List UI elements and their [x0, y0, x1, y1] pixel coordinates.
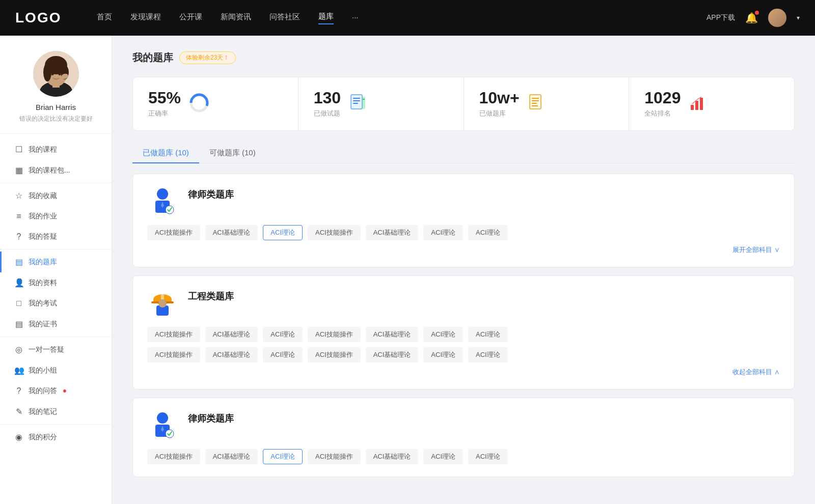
page-wrapper: Brian Harris 错误的决定比没有决定要好 ☐ 我的课程 ▦ 我的课程包…: [0, 36, 815, 504]
nav-link-open-course[interactable]: 公开课: [179, 12, 202, 24]
lawyer-icon-3: [147, 410, 178, 441]
qbank-tag[interactable]: ACI理论: [423, 449, 463, 464]
qbank-tag[interactable]: ACI理论: [423, 327, 463, 342]
qbank-tag[interactable]: ACI技能操作: [147, 449, 200, 464]
profile-name: Brian Harris: [36, 103, 76, 111]
sidebar-item-my-qa[interactable]: ? 我的答疑: [0, 227, 112, 247]
profile-icon: 👤: [14, 278, 23, 288]
stat-done-banks-value: 10w+: [479, 90, 520, 106]
sidebar-item-one-on-one[interactable]: ◎ 一对一答疑: [0, 339, 112, 360]
list-icon: [528, 94, 546, 114]
sidebar-item-favorites[interactable]: ☆ 我的收藏: [0, 185, 112, 206]
qbank-tag[interactable]: ACI基础理论: [205, 327, 258, 342]
stat-done-banks-label: 已做题库: [479, 109, 520, 118]
qbank-tag[interactable]: ACI理论: [263, 347, 303, 362]
qbank-tags-3: ACI技能操作 ACI基础理论 ACI理论 ACI技能操作 ACI基础理论 AC…: [147, 449, 780, 464]
svg-point-5: [43, 63, 51, 81]
app-download-button[interactable]: APP下载: [707, 13, 735, 22]
qbank-tag[interactable]: ACI理论: [423, 347, 463, 362]
qbank-tag[interactable]: ACI理论: [468, 449, 508, 464]
tab-available-banks[interactable]: 可做题库 (10): [199, 143, 266, 163]
sidebar-item-course-package[interactable]: ▦ 我的课程包...: [0, 160, 112, 181]
qbank-tag[interactable]: ACI技能操作: [308, 347, 361, 362]
tutor-icon: ◎: [14, 345, 23, 354]
nav-link-qa[interactable]: 问答社区: [269, 12, 300, 24]
svg-point-9: [58, 73, 61, 75]
pie-chart-icon: [189, 93, 209, 115]
stat-done-questions-value: 130: [314, 90, 341, 106]
qbank-tag[interactable]: ACI基础理论: [205, 347, 258, 362]
svg-rect-23: [532, 105, 538, 106]
qbank-tag[interactable]: ACI理论: [468, 327, 508, 342]
sidebar-item-my-qbank[interactable]: ▤ 我的题库: [0, 251, 112, 272]
qbank-tag-active[interactable]: ACI理论: [263, 225, 303, 240]
qbank-tag[interactable]: ACI基础理论: [366, 327, 419, 342]
stat-accuracy: 55% 正确率: [133, 77, 298, 130]
page-title: 我的题库: [132, 51, 173, 65]
expand-button-1[interactable]: 展开全部科目 ∨: [147, 245, 780, 255]
qbank-tag[interactable]: ACI技能操作: [308, 449, 361, 464]
divider-2: [0, 249, 112, 249]
svg-rect-26: [700, 98, 703, 110]
sidebar-item-homework[interactable]: ≡ 我的作业: [0, 206, 112, 227]
qbank-tags-1: ACI技能操作 ACI基础理论 ACI理论 ACI技能操作 ACI基础理论 AC…: [147, 225, 780, 240]
divider-1: [0, 183, 112, 183]
sidebar-item-my-group[interactable]: 👥 我的小组: [0, 360, 112, 381]
sidebar-item-my-course[interactable]: ☐ 我的课程: [0, 139, 112, 160]
qbank-tag[interactable]: ACI技能操作: [147, 347, 200, 362]
trial-badge: 体验剩余23天！: [179, 51, 236, 64]
nav-link-news[interactable]: 新闻资讯: [221, 12, 251, 24]
qbank-tags-2-row1: ACI技能操作 ACI基础理论 ACI理论 ACI技能操作 ACI基础理论 AC…: [147, 327, 780, 342]
sidebar-item-my-questions[interactable]: ? 我的问答: [0, 381, 112, 401]
nav-link-discover[interactable]: 发现课程: [130, 12, 161, 24]
qbank-title-2: 工程类题库: [188, 288, 234, 302]
notification-bell[interactable]: 🔔: [745, 12, 758, 24]
collapse-button-2[interactable]: 收起全部科目 ∧: [147, 368, 780, 377]
qbank-tag[interactable]: ACI基础理论: [205, 225, 258, 240]
qbank-tag[interactable]: ACI基础理论: [366, 347, 419, 362]
notes-icon: ✎: [14, 407, 23, 416]
homework-icon: ≡: [14, 212, 23, 221]
sidebar-item-my-certificate[interactable]: ▤ 我的证书: [0, 314, 112, 334]
qbank-tag[interactable]: ACI基础理论: [366, 449, 419, 464]
qbank-tag[interactable]: ACI理论: [423, 225, 463, 240]
qbank-title-1: 律师类题库: [188, 186, 234, 201]
qbank-tag[interactable]: ACI技能操作: [308, 327, 361, 342]
stat-done-questions-label: 已做试题: [314, 109, 341, 118]
qbank-tag[interactable]: ACI技能操作: [147, 327, 200, 342]
main-content: 我的题库 体验剩余23天！ 55% 正确率: [112, 36, 815, 504]
qbank-tag[interactable]: ACI基础理论: [366, 225, 419, 240]
sidebar: Brian Harris 错误的决定比没有决定要好 ☐ 我的课程 ▦ 我的课程包…: [0, 36, 112, 504]
sidebar-item-my-profile[interactable]: 👤 我的资料: [0, 272, 112, 293]
qbank-tag[interactable]: ACI技能操作: [308, 225, 361, 240]
cert-icon: ▤: [14, 319, 23, 329]
nav-link-questions[interactable]: 题库: [318, 12, 334, 24]
nav-link-more[interactable]: ···: [352, 13, 359, 23]
qbank-tag[interactable]: ACI基础理论: [205, 449, 258, 464]
stat-ranking: 1029 全站排名: [629, 77, 794, 130]
tab-done-banks[interactable]: 已做题库 (10): [132, 143, 199, 163]
qbank-card-3: 律师类题库 ACI技能操作 ACI基础理论 ACI理论 ACI技能操作 ACI基…: [132, 398, 795, 477]
avatar[interactable]: [768, 9, 786, 27]
qbank-tag[interactable]: ACI技能操作: [147, 225, 200, 240]
stats-row: 55% 正确率 130 已做试题: [132, 77, 795, 131]
unread-dot: [63, 389, 66, 393]
sidebar-item-my-notes[interactable]: ✎ 我的笔记: [0, 401, 112, 422]
stat-done-banks: 10w+ 已做题库: [464, 77, 630, 130]
qbank-tag[interactable]: ACI理论: [468, 347, 508, 362]
file-icon: ☐: [14, 145, 23, 154]
nav-logo[interactable]: LOGO: [15, 10, 66, 26]
star-icon: ☆: [14, 191, 23, 201]
chevron-down-icon[interactable]: ▾: [797, 14, 800, 21]
svg-rect-22: [532, 103, 537, 104]
package-icon: ▦: [14, 165, 23, 175]
svg-point-27: [157, 188, 168, 200]
qbank-tag-active[interactable]: ACI理论: [263, 449, 303, 464]
svg-rect-25: [695, 101, 698, 110]
qbank-tag[interactable]: ACI理论: [468, 225, 508, 240]
divider-4: [0, 424, 112, 425]
qbank-tag[interactable]: ACI理论: [263, 327, 303, 342]
sidebar-item-my-points[interactable]: ◉ 我的积分: [0, 427, 112, 447]
nav-link-home[interactable]: 首页: [97, 12, 112, 24]
sidebar-item-my-exam[interactable]: □ 我的考试: [0, 293, 112, 314]
